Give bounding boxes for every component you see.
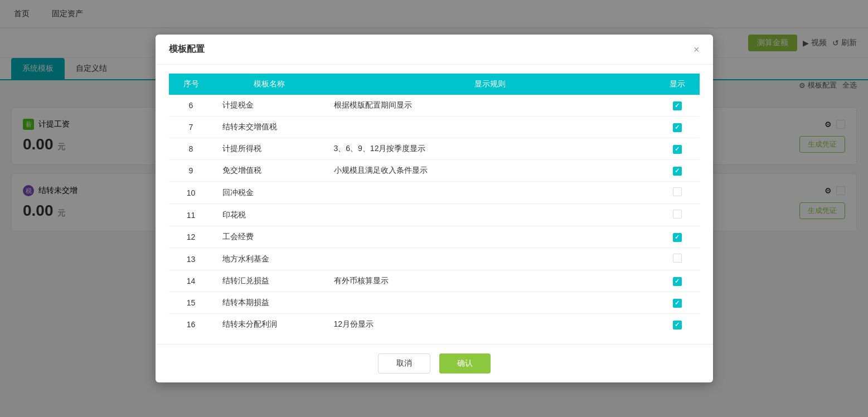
row-checkbox-2[interactable] xyxy=(673,145,682,154)
row-name-1: 结转未交增值税 xyxy=(214,117,325,138)
row-rule-5 xyxy=(325,204,655,226)
row-rule-10: 12月份显示 xyxy=(325,314,655,336)
row-rule-2: 3、6、9、12月按季度显示 xyxy=(325,138,655,160)
col-header-rule: 显示规则 xyxy=(325,74,655,95)
modal-close-button[interactable]: × xyxy=(694,45,700,55)
row-name-2: 计提所得税 xyxy=(214,138,325,160)
table-row: 7结转未交增值税 xyxy=(169,117,700,138)
row-checkbox-7[interactable] xyxy=(673,254,682,263)
modal-header: 模板配置 × xyxy=(156,35,713,65)
col-header-index: 序号 xyxy=(169,74,214,95)
row-index-6: 12 xyxy=(169,226,214,248)
modal-template-config: 模板配置 × 序号 模板名称 显示规则 显示 6计提税金根据模版配置期间显 xyxy=(156,35,713,382)
row-checkbox-10[interactable] xyxy=(673,321,682,329)
row-rule-4 xyxy=(325,182,655,204)
row-check-cell-0 xyxy=(655,95,700,117)
row-name-10: 结转未分配利润 xyxy=(214,314,325,336)
row-index-7: 13 xyxy=(169,248,214,270)
table-row: 10回冲税金 xyxy=(169,182,700,204)
row-index-3: 9 xyxy=(169,160,214,182)
row-checkbox-5[interactable] xyxy=(673,210,682,219)
row-rule-8: 有外币核算显示 xyxy=(325,270,655,292)
confirm-button[interactable]: 确认 xyxy=(439,353,491,374)
config-table: 序号 模板名称 显示规则 显示 6计提税金根据模版配置期间显示7结转未交增值税8… xyxy=(169,74,700,335)
modal-footer: 取消 确认 xyxy=(156,344,713,382)
row-check-cell-10 xyxy=(655,314,700,336)
row-check-cell-6 xyxy=(655,226,700,248)
row-name-9: 结转本期损益 xyxy=(214,292,325,314)
modal-title: 模板配置 xyxy=(169,43,205,55)
table-row: 14结转汇兑损益有外币核算显示 xyxy=(169,270,700,292)
row-checkbox-0[interactable] xyxy=(673,101,682,110)
row-check-cell-1 xyxy=(655,117,700,138)
row-name-7: 地方水利基金 xyxy=(214,248,325,270)
row-check-cell-3 xyxy=(655,160,700,182)
row-index-8: 14 xyxy=(169,270,214,292)
row-checkbox-1[interactable] xyxy=(673,123,682,132)
table-row: 8计提所得税3、6、9、12月按季度显示 xyxy=(169,138,700,160)
row-name-8: 结转汇兑损益 xyxy=(214,270,325,292)
row-check-cell-9 xyxy=(655,292,700,314)
row-rule-9 xyxy=(325,292,655,314)
table-row: 11印花税 xyxy=(169,204,700,226)
table-row: 13地方水利基金 xyxy=(169,248,700,270)
col-header-name: 模板名称 xyxy=(214,74,325,95)
row-name-6: 工会经费 xyxy=(214,226,325,248)
row-check-cell-7 xyxy=(655,248,700,270)
col-header-display: 显示 xyxy=(655,74,700,95)
row-checkbox-6[interactable] xyxy=(673,233,682,242)
table-row: 16结转未分配利润12月份显示 xyxy=(169,314,700,336)
table-row: 9免交增值税小规模且满足收入条件显示 xyxy=(169,160,700,182)
row-checkbox-4[interactable] xyxy=(673,187,682,196)
row-index-9: 15 xyxy=(169,292,214,314)
modal-body: 序号 模板名称 显示规则 显示 6计提税金根据模版配置期间显示7结转未交增值税8… xyxy=(156,65,713,344)
table-scroll-container[interactable]: 序号 模板名称 显示规则 显示 6计提税金根据模版配置期间显示7结转未交增值税8… xyxy=(169,65,700,335)
table-row: 12工会经费 xyxy=(169,226,700,248)
row-rule-3: 小规模且满足收入条件显示 xyxy=(325,160,655,182)
row-index-1: 7 xyxy=(169,117,214,138)
table-row: 6计提税金根据模版配置期间显示 xyxy=(169,95,700,117)
row-checkbox-3[interactable] xyxy=(673,167,682,176)
row-index-0: 6 xyxy=(169,95,214,117)
row-rule-6 xyxy=(325,226,655,248)
row-index-4: 10 xyxy=(169,182,214,204)
modal-overlay: 模板配置 × 序号 模板名称 显示规则 显示 6计提税金根据模版配置期间显 xyxy=(0,0,868,417)
row-checkbox-8[interactable] xyxy=(673,277,682,286)
row-rule-7 xyxy=(325,248,655,270)
row-index-5: 11 xyxy=(169,204,214,226)
row-index-10: 16 xyxy=(169,314,214,336)
row-name-5: 印花税 xyxy=(214,204,325,226)
row-name-0: 计提税金 xyxy=(214,95,325,117)
row-check-cell-2 xyxy=(655,138,700,160)
row-check-cell-4 xyxy=(655,182,700,204)
row-name-3: 免交增值税 xyxy=(214,160,325,182)
row-rule-1 xyxy=(325,117,655,138)
table-row: 15结转本期损益 xyxy=(169,292,700,314)
row-check-cell-5 xyxy=(655,204,700,226)
row-name-4: 回冲税金 xyxy=(214,182,325,204)
row-index-2: 8 xyxy=(169,138,214,160)
row-check-cell-8 xyxy=(655,270,700,292)
row-rule-0: 根据模版配置期间显示 xyxy=(325,95,655,117)
cancel-button[interactable]: 取消 xyxy=(378,353,430,374)
row-checkbox-9[interactable] xyxy=(673,299,682,308)
